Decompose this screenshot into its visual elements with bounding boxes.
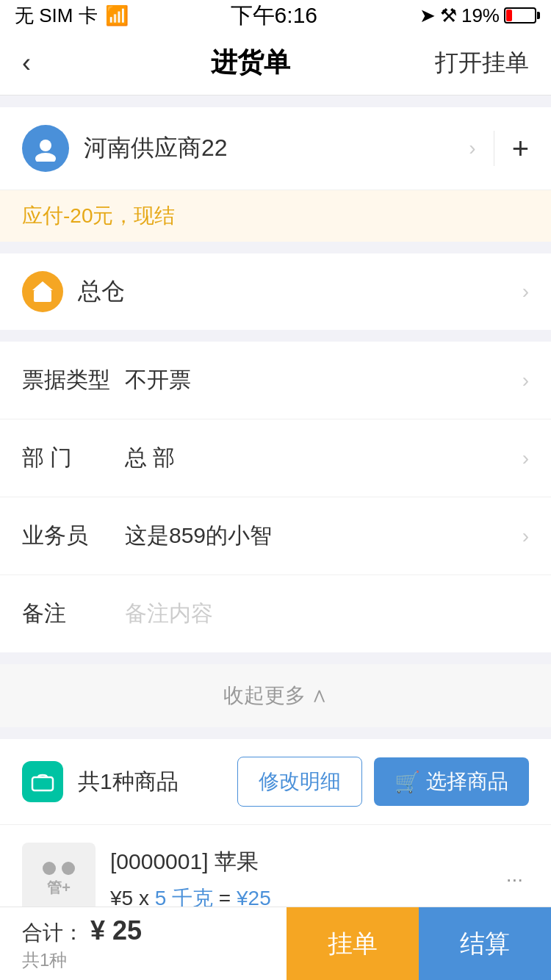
owl-logo-text: 管+ [47,878,71,898]
product-equals: = [219,887,237,909]
cart-icon: 🛒 [395,770,420,794]
supplier-chevron-icon: › [469,137,475,160]
product-multiply: x [139,887,155,909]
supplier-row[interactable]: 河南供应商22 › + [0,107,551,190]
bottom-bar: 合计： ¥ 25 共1种 挂单 结算 [0,907,551,980]
department-row[interactable]: 部 门 总 部 › [0,419,551,497]
product-total: ¥25 [237,887,271,909]
svg-point-0 [40,140,51,151]
total-row: 合计： ¥ 25 [22,915,264,947]
invoice-chevron-icon: › [522,369,529,392]
remark-row[interactable]: 备注 备注内容 [0,575,551,652]
svg-rect-4 [32,777,53,790]
invoice-type-value: 不开票 [118,365,515,395]
collapse-button[interactable]: 收起更多 ∧ [0,664,551,727]
battery-percent: 19% [461,4,500,27]
status-right: ➤ ⚒ 19% [419,4,536,27]
salesrep-value: 这是859的小智 [118,521,515,551]
divider [494,131,494,166]
warehouse-chevron-icon: › [522,280,529,303]
salesrep-row[interactable]: 业务员 这是859的小智 › [0,497,551,575]
product-section: 共1种商品 修改明细 🛒 选择商品 管+ [0000001] 苹果 ¥5 [0,739,551,934]
supplier-name: 河南供应商22 [84,132,461,165]
supplier-avatar [22,125,69,172]
alarm-icon: ⚒ [440,4,457,27]
hang-order-button[interactable]: 挂单 [287,907,419,980]
select-product-button[interactable]: 🛒 选择商品 [374,757,529,806]
edit-detail-button[interactable]: 修改明细 [237,757,362,807]
carrier-text: 无 SIM 卡 [15,3,98,29]
product-info: [0000001] 苹果 ¥5 x 5 千克 = ¥25 [110,847,500,912]
notice-bar: 应付-20元，现结 [0,190,551,242]
checkout-button[interactable]: 结算 [419,907,551,980]
time-display: 下午6:16 [231,1,317,31]
salesrep-label: 业务员 [22,521,118,551]
owl-eye-left [43,862,56,875]
battery-icon [504,7,536,24]
product-header: 共1种商品 修改明细 🛒 选择商品 [0,739,551,825]
product-icon [22,761,63,802]
remark-input[interactable]: 备注内容 [118,599,529,629]
svg-marker-3 [32,281,53,290]
salesrep-chevron-icon: › [522,525,529,548]
product-unit: 千克 [172,887,213,909]
department-value: 总 部 [118,443,515,473]
add-supplier-button[interactable]: + [512,132,529,165]
total-amount: ¥ 25 [90,915,142,945]
department-chevron-icon: › [522,447,529,470]
select-product-label: 选择商品 [426,768,508,796]
product-more-button[interactable]: ··· [500,862,529,897]
page-title: 进货单 [211,45,290,81]
product-code: [0000001] [110,849,208,873]
product-thumbnail: 管+ [22,843,96,916]
total-count: 共1种 [22,948,264,972]
invoice-type-row[interactable]: 票据类型 不开票 › [0,342,551,419]
warehouse-row[interactable]: 总仓 › [0,253,551,330]
product-title: 苹果 [215,849,259,873]
status-bar: 无 SIM 卡 📶 下午6:16 ➤ ⚒ 19% [0,0,551,31]
product-quantity: 5 [155,887,167,909]
remark-label: 备注 [22,599,118,629]
status-left: 无 SIM 卡 📶 [15,3,129,29]
warehouse-icon [22,271,63,312]
form-section: 票据类型 不开票 › 部 门 总 部 › 业务员 这是859的小智 › 备注 备… [0,342,551,652]
product-name: [0000001] 苹果 [110,847,500,877]
owl-eye-right [62,862,75,875]
svg-point-1 [35,153,56,162]
invoice-type-label: 票据类型 [22,365,118,395]
back-button[interactable]: ‹ [22,48,66,79]
department-label: 部 门 [22,443,118,473]
location-icon: ➤ [419,4,436,27]
total-area: 合计： ¥ 25 共1种 [0,907,287,980]
svg-rect-2 [34,290,51,302]
total-label: 合计： [22,921,84,944]
supplier-section: 河南供应商22 › + 应付-20元，现结 [0,107,551,242]
wifi-icon: 📶 [105,4,129,27]
open-pending-button[interactable]: 打开挂单 [435,47,529,79]
nav-bar: ‹ 进货单 打开挂单 [0,31,551,96]
product-count: 共1种商品 [78,767,237,797]
product-unit-price: ¥5 [110,887,133,909]
warehouse-name: 总仓 [78,275,515,308]
warehouse-section: 总仓 › [0,253,551,330]
